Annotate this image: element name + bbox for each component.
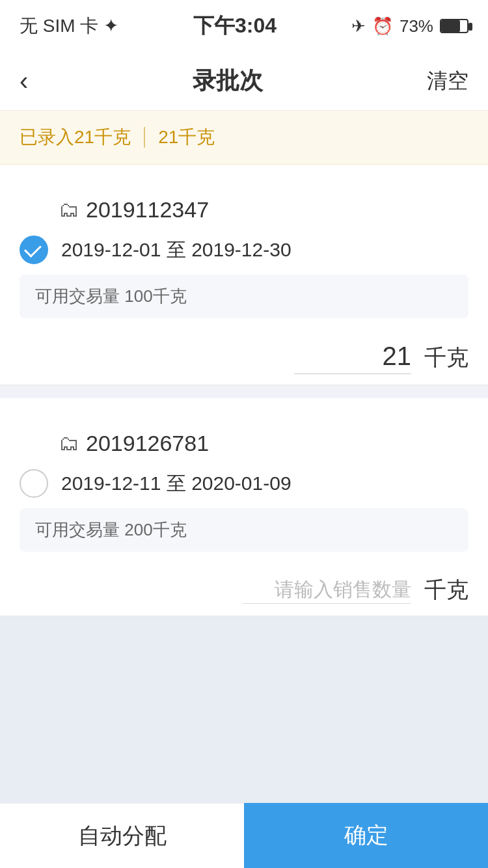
status-left: 无 SIM 卡 ✦ xyxy=(20,14,118,38)
batch1-id: 2019112347 xyxy=(86,197,209,223)
batch1-quantity-value: 21 xyxy=(383,342,412,370)
location-icon: ✈ xyxy=(351,16,366,36)
auto-distribute-button[interactable]: 自动分配 xyxy=(0,803,244,868)
batch2-date-row[interactable]: 2019-12-11 至 2020-01-09 xyxy=(20,463,468,508)
status-right: ✈ ⏰ 73% xyxy=(351,16,468,36)
batch2-id-row: 🗂 2019126781 xyxy=(20,418,468,463)
no-sim-text: 无 SIM 卡 ✦ xyxy=(20,14,118,38)
clear-button[interactable]: 清空 xyxy=(427,67,468,96)
batch1-date: 2019-12-01 至 2019-12-30 xyxy=(61,237,291,264)
batch2-unit: 千克 xyxy=(424,575,468,605)
battery-icon xyxy=(440,19,468,33)
summary-label: 已录入21千克 xyxy=(20,125,131,150)
battery-text: 73% xyxy=(400,16,433,36)
summary-bar: 已录入21千克 21千克 xyxy=(0,111,488,165)
section-gap1 xyxy=(0,385,488,398)
batch2-section: 🗂 2019126781 2019-12-11 至 2020-01-09 可用交… xyxy=(0,398,488,552)
batch2-input-placeholder: 请输入销售数量 xyxy=(275,578,411,600)
batch2-radio[interactable] xyxy=(20,469,48,498)
nav-bar: ‹ 录批次 清空 xyxy=(0,52,488,111)
batch2-date: 2019-12-11 至 2020-01-09 xyxy=(61,470,291,497)
batch1-quantity-row: 21 千克 xyxy=(0,329,488,385)
batch1-radio[interactable] xyxy=(20,236,48,264)
alarm-icon: ⏰ xyxy=(372,16,393,36)
batch2-id: 2019126781 xyxy=(86,431,209,456)
batch1-quantity-input[interactable]: 21 xyxy=(294,342,411,374)
batch2-quantity-input[interactable]: 请输入销售数量 xyxy=(242,576,411,604)
status-time: 下午3:04 xyxy=(193,12,277,40)
batch1-available: 可用交易量 100千克 xyxy=(20,275,468,318)
status-bar: 无 SIM 卡 ✦ 下午3:04 ✈ ⏰ 73% xyxy=(0,0,488,52)
batch2-card: 🗂 2019126781 2019-12-11 至 2020-01-09 可用交… xyxy=(0,398,488,616)
batch1-id-row: 🗂 2019112347 xyxy=(20,184,468,229)
batch1-icon: 🗂 xyxy=(59,198,79,222)
batch1-date-row[interactable]: 2019-12-01 至 2019-12-30 xyxy=(20,229,468,275)
summary-value: 21千克 xyxy=(158,125,215,150)
batch1-card: 🗂 2019112347 2019-12-01 至 2019-12-30 可用交… xyxy=(0,165,488,385)
summary-divider xyxy=(144,127,145,148)
batch1-unit: 千克 xyxy=(424,343,468,373)
page-title: 录批次 xyxy=(193,65,263,97)
batch2-available: 可用交易量 200千克 xyxy=(20,508,468,552)
batch2-icon: 🗂 xyxy=(59,431,79,455)
confirm-button[interactable]: 确定 xyxy=(244,803,488,868)
back-button[interactable]: ‹ xyxy=(20,66,28,96)
batch1-section: 🗂 2019112347 2019-12-01 至 2019-12-30 可用交… xyxy=(0,165,488,318)
bottom-bar: 自动分配 确定 xyxy=(0,803,488,868)
batch2-input-row: 请输入销售数量 千克 xyxy=(0,562,488,616)
